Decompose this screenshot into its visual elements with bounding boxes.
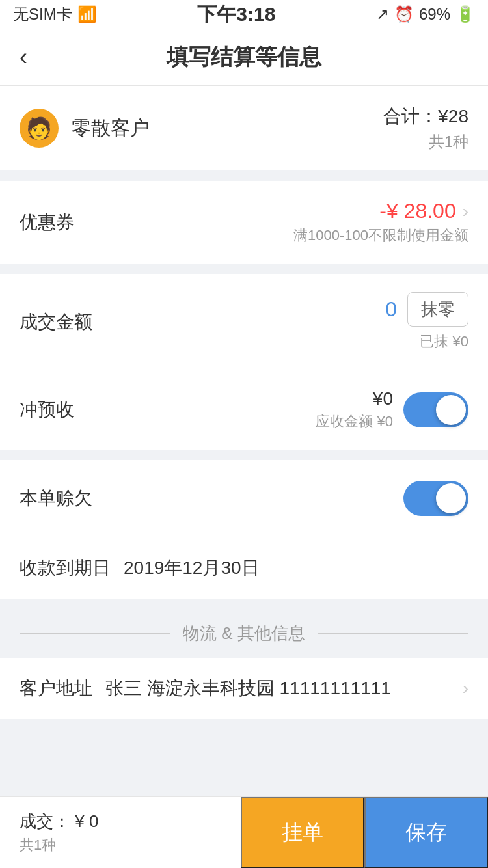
prepayment-toggle[interactable] bbox=[403, 392, 468, 427]
bottom-transaction-amount: ¥ 0 bbox=[75, 811, 98, 831]
save-button[interactable]: 保存 bbox=[364, 797, 488, 868]
debt-row: 本单赊欠 bbox=[0, 460, 488, 537]
coupon-arrow: › bbox=[463, 201, 468, 222]
debt-toggle[interactable] bbox=[403, 481, 468, 516]
prepay-amount: ¥0 bbox=[373, 388, 393, 409]
status-bar: 无SIM卡 📶 下午3:18 ↗ ⏰ 69% 🔋 bbox=[0, 0, 488, 29]
avatar: 🧑 bbox=[20, 109, 59, 148]
customer-name: 零散客户 bbox=[72, 115, 150, 142]
prepay-values: ¥0 应收金额 ¥0 bbox=[316, 388, 393, 431]
address-arrow: › bbox=[463, 678, 468, 699]
logistics-title: 物流 & 其他信息 bbox=[183, 622, 305, 645]
prepay-right: ¥0 应收金额 ¥0 bbox=[316, 388, 468, 431]
battery-text: 69% bbox=[419, 5, 450, 23]
transaction-row: 成交金额 0 抹零 已抹 ¥0 bbox=[0, 274, 488, 370]
total-count: 共1种 bbox=[383, 131, 468, 152]
coupon-right: -¥ 28.00 › 满1000-100不限制使用金额 bbox=[293, 199, 468, 245]
prepay-receivable: 应收金额 ¥0 bbox=[316, 412, 393, 431]
status-time: 下午3:18 bbox=[197, 1, 275, 28]
transaction-value: 0 bbox=[385, 297, 397, 321]
customer-right: 合计：¥28 共1种 bbox=[383, 104, 468, 152]
hang-button[interactable]: 挂单 bbox=[241, 797, 364, 868]
prepayment-label: 冲预收 bbox=[20, 398, 74, 422]
coupon-description: 满1000-100不限制使用金额 bbox=[293, 226, 468, 245]
address-label: 客户地址 bbox=[20, 676, 92, 701]
prepayment-row: 冲预收 ¥0 应收金额 ¥0 bbox=[0, 370, 488, 450]
due-date-label: 收款到期日 bbox=[20, 556, 111, 580]
battery-icon: 🔋 bbox=[455, 5, 475, 23]
address-section: 客户地址 张三 海淀永丰科技园 11111111111 › bbox=[0, 658, 488, 719]
transaction-right: 0 抹零 已抹 ¥0 bbox=[385, 292, 468, 351]
nav-bar: ‹ 填写结算等信息 bbox=[0, 29, 488, 86]
due-date-value: 2019年12月30日 bbox=[124, 556, 260, 580]
coupon-label: 优惠券 bbox=[20, 210, 74, 235]
customer-left: 🧑 零散客户 bbox=[20, 109, 150, 148]
address-value: 张三 海淀永丰科技园 11111111111 bbox=[105, 676, 456, 701]
content-area: 🧑 零散客户 合计：¥28 共1种 优惠券 -¥ 28.00 › 满1000-1… bbox=[0, 86, 488, 807]
location-icon: ↗ bbox=[376, 5, 389, 23]
coupon-row[interactable]: 优惠券 -¥ 28.00 › 满1000-100不限制使用金额 bbox=[0, 181, 488, 264]
wifi-icon: 📶 bbox=[77, 5, 97, 23]
bottom-bar: 成交： ¥ 0 共1种 挂单 保存 bbox=[0, 796, 488, 868]
coupon-section: 优惠券 -¥ 28.00 › 满1000-100不限制使用金额 bbox=[0, 181, 488, 264]
customer-row: 🧑 零散客户 合计：¥28 共1种 bbox=[0, 86, 488, 170]
bottom-transaction-label: 成交： bbox=[20, 811, 70, 831]
transaction-top: 0 抹零 bbox=[385, 292, 468, 327]
page-title: 填写结算等信息 bbox=[167, 42, 321, 72]
bottom-transaction: 成交： ¥ 0 bbox=[20, 810, 221, 833]
no-sim-text: 无SIM卡 bbox=[13, 4, 72, 25]
due-date-row: 收款到期日 2019年12月30日 bbox=[0, 537, 488, 599]
transaction-label: 成交金额 bbox=[20, 310, 92, 334]
address-row[interactable]: 客户地址 张三 海淀永丰科技园 11111111111 › bbox=[0, 658, 488, 719]
logistics-line-left bbox=[20, 633, 170, 634]
debt-section: 本单赊欠 收款到期日 2019年12月30日 bbox=[0, 460, 488, 599]
round-button[interactable]: 抹零 bbox=[407, 292, 468, 327]
bottom-info: 成交： ¥ 0 共1种 bbox=[0, 797, 241, 868]
customer-card: 🧑 零散客户 合计：¥28 共1种 bbox=[0, 86, 488, 170]
alarm-icon: ⏰ bbox=[394, 5, 414, 23]
status-left: 无SIM卡 📶 bbox=[13, 4, 97, 25]
logistics-header: 物流 & 其他信息 bbox=[0, 609, 488, 658]
back-button[interactable]: ‹ bbox=[20, 44, 27, 71]
transaction-section: 成交金额 0 抹零 已抹 ¥0 冲预收 ¥0 应收金额 ¥0 bbox=[0, 274, 488, 450]
coupon-discount: -¥ 28.00 bbox=[379, 199, 455, 223]
total-amount: 合计：¥28 bbox=[383, 104, 468, 129]
avatar-icon: 🧑 bbox=[26, 116, 52, 141]
logistics-line-right bbox=[318, 633, 468, 634]
already-rounded: 已抹 ¥0 bbox=[420, 332, 468, 351]
debt-label: 本单赊欠 bbox=[20, 486, 92, 511]
status-right: ↗ ⏰ 69% 🔋 bbox=[376, 5, 475, 23]
bottom-count: 共1种 bbox=[20, 835, 221, 855]
